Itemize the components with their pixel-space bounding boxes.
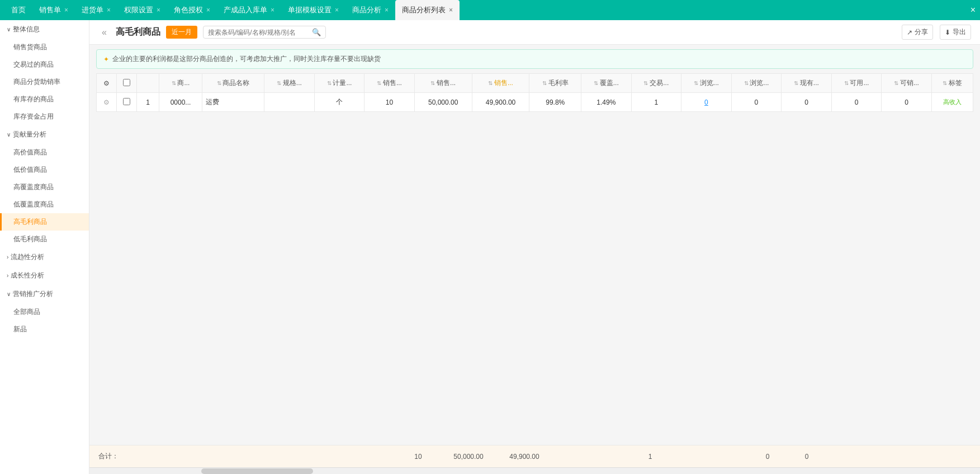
export-button[interactable]: ⬇ 导出 — [940, 25, 971, 40]
content-header: « 高毛利商品 近一月 🔍 ↗ 分享 ⬇ 导出 — [89, 20, 980, 45]
arrow-flow: › — [7, 254, 8, 260]
select-all-checkbox[interactable] — [123, 79, 130, 86]
sidebar-item-low-coverage[interactable]: 低覆盖度商品 — [0, 196, 89, 213]
row-usable: 0 — [831, 93, 882, 112]
footer-current: 0 — [748, 453, 787, 461]
sidebar-section-flow[interactable]: › 流趋性分析 — [0, 248, 89, 266]
sidebar-section-contribution[interactable]: ∨ 贡献量分析 — [0, 125, 89, 144]
row-tag: 高收入 — [931, 93, 973, 112]
sidebar-item-traded-goods[interactable]: 交易过的商品 — [0, 56, 89, 73]
col-unit[interactable]: 计量... — [314, 74, 364, 93]
col-code[interactable]: 商... — [159, 74, 202, 93]
scrollbar-thumb[interactable] — [201, 468, 313, 474]
row-sales-qty: 10 — [364, 93, 415, 112]
close-permissions-tab[interactable]: × — [157, 6, 160, 14]
main-layout: ∨ 整体信息 销售货商品 交易过的商品 商品分货助销率 有库存的商品 库存资金占… — [0, 20, 980, 474]
share-button[interactable]: ↗ 分享 — [902, 25, 933, 40]
col-saleable[interactable]: 可销... — [882, 74, 932, 93]
sidebar-item-all-goods[interactable]: 全部商品 — [0, 303, 89, 321]
close-analysis-list-tab[interactable]: × — [449, 6, 453, 14]
col-check — [117, 74, 137, 93]
table-header-row: ⚙ 商... 商品名称 规格... 计量... 销售... 销售... 销售..… — [97, 74, 973, 93]
sidebar-item-low-value[interactable]: 低价值商品 — [0, 161, 89, 179]
col-gross-rate[interactable]: 毛利率 — [529, 74, 581, 93]
row-check — [117, 93, 137, 112]
table-container[interactable]: ⚙ 商... 商品名称 规格... 计量... 销售... 销售... 销售..… — [96, 73, 973, 445]
export-icon: ⬇ — [945, 29, 950, 36]
info-icon: ✦ — [103, 55, 109, 63]
nav-analysis-list[interactable]: 商品分析列表 × — [395, 0, 460, 20]
nav-product-inbound[interactable]: 产成品入库单 × — [217, 0, 281, 20]
col-tag[interactable]: 标签 — [931, 74, 973, 93]
footer-bar: 合计： 10 50,000.00 49,900.00 1 0 0 — [89, 445, 980, 467]
row-checkbox[interactable] — [123, 98, 130, 105]
row-coverage: 1.49% — [581, 93, 632, 112]
page-title: 高毛利商品 — [116, 26, 160, 38]
row-view2: 0 — [731, 93, 782, 112]
row-sales-amount: 50,000.00 — [414, 93, 472, 112]
col-view1[interactable]: 浏览... — [681, 74, 732, 93]
col-coverage[interactable]: 覆盖... — [581, 74, 632, 93]
sidebar-item-stock-capital[interactable]: 库存资金占用 — [0, 108, 89, 125]
sidebar-item-low-margin[interactable]: 低毛利商品 — [0, 231, 89, 248]
horizontal-scrollbar[interactable] — [89, 467, 980, 474]
nav-permissions[interactable]: 权限设置 × — [117, 0, 167, 20]
nav-purchase[interactable]: 进货单 × — [75, 0, 117, 20]
nav-home[interactable]: 首页 — [4, 0, 32, 20]
nav-template-settings[interactable]: 单据模板设置 × — [281, 0, 345, 20]
row-name: 运费 — [202, 93, 264, 112]
footer-sales-cost: 49,900.00 — [496, 453, 552, 461]
search-box: 🔍 — [203, 26, 326, 39]
col-seq — [137, 74, 159, 93]
nav-sales[interactable]: 销售单 × — [32, 0, 75, 20]
nav-roles[interactable]: 角色授权 × — [167, 0, 217, 20]
sidebar-section-overall[interactable]: ∨ 整体信息 — [0, 20, 89, 39]
close-window-button[interactable]: × — [970, 5, 976, 15]
col-sales-cost[interactable]: 销售... — [472, 74, 529, 93]
sidebar-item-new-goods[interactable]: 新品 — [0, 321, 89, 338]
close-template-tab[interactable]: × — [335, 6, 339, 14]
arrow-overall: ∨ — [7, 26, 11, 32]
arrow-growth: › — [7, 273, 8, 279]
row-gear[interactable]: ⚙ — [97, 93, 117, 112]
col-name[interactable]: 商品名称 — [202, 74, 264, 93]
close-purchase-tab[interactable]: × — [107, 6, 111, 14]
header-actions: ↗ 分享 ⬇ 导出 — [902, 25, 971, 40]
sidebar-item-high-coverage[interactable]: 高覆盖度商品 — [0, 179, 89, 196]
info-text: 企业的主要的利润都是这部分商品创造的，可考虑加大推广，同时关注库存量不要出现缺货 — [112, 54, 381, 64]
sidebar-item-goods-assist-rate[interactable]: 商品分货助销率 — [0, 73, 89, 91]
close-sales-tab[interactable]: × — [64, 6, 68, 14]
arrow-marketing: ∨ — [7, 291, 11, 297]
search-icon[interactable]: 🔍 — [312, 28, 321, 36]
col-gear[interactable]: ⚙ — [97, 74, 117, 93]
sidebar-collapse-button[interactable]: « — [98, 26, 110, 39]
close-product-inbound-tab[interactable]: × — [271, 6, 274, 14]
footer-cells: 10 50,000.00 49,900.00 1 0 0 — [143, 453, 971, 461]
nav-product-analysis[interactable]: 商品分析 × — [345, 0, 395, 20]
col-spec[interactable]: 规格... — [264, 74, 315, 93]
time-filter-button[interactable]: 近一月 — [166, 26, 197, 39]
row-gross-rate: 99.8% — [529, 93, 581, 112]
col-sales-amount[interactable]: 销售... — [414, 74, 472, 93]
sidebar-item-in-stock[interactable]: 有库存的商品 — [0, 91, 89, 108]
col-sales-qty[interactable]: 销售... — [364, 74, 415, 93]
col-view2[interactable]: 浏览... — [731, 74, 782, 93]
close-roles-tab[interactable]: × — [206, 6, 210, 14]
col-current[interactable]: 现有... — [782, 74, 832, 93]
sidebar-item-high-value[interactable]: 高价值商品 — [0, 144, 89, 161]
sidebar-section-marketing[interactable]: ∨ 营销推广分析 — [0, 285, 89, 303]
row-saleable: 0 — [882, 93, 932, 112]
search-input[interactable] — [208, 29, 312, 36]
col-usable[interactable]: 可用... — [831, 74, 882, 93]
row-view1[interactable]: 0 — [681, 93, 732, 112]
content-area: « 高毛利商品 近一月 🔍 ↗ 分享 ⬇ 导出 ✦ 企业的主要的利润都是这部 — [89, 20, 980, 474]
col-trade[interactable]: 交易... — [631, 74, 681, 93]
sidebar-item-sales-goods[interactable]: 销售货商品 — [0, 39, 89, 56]
row-trade: 1 — [631, 93, 681, 112]
sidebar-section-growth[interactable]: › 成长性分析 — [0, 266, 89, 285]
share-icon: ↗ — [907, 29, 912, 36]
close-analysis-tab[interactable]: × — [385, 6, 389, 14]
footer-trade: 1 — [631, 453, 670, 461]
top-navigation: 首页 销售单 × 进货单 × 权限设置 × 角色授权 × 产成品入库单 × 单据… — [0, 0, 980, 20]
sidebar-item-high-margin[interactable]: 高毛利商品 — [0, 213, 89, 231]
